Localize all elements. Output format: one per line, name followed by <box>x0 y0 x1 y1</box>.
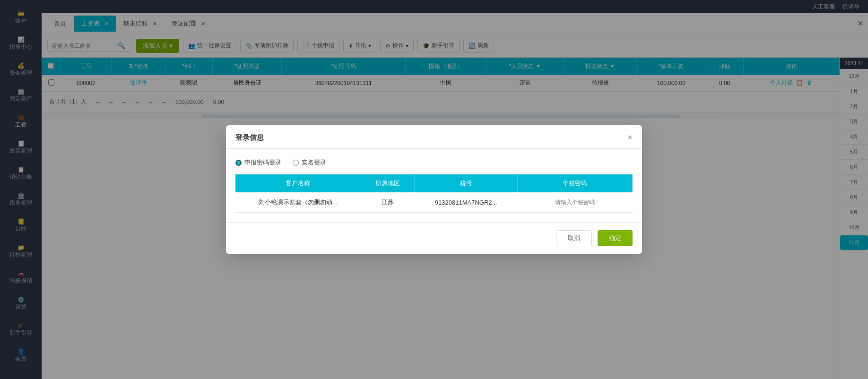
tax-password-input[interactable] <box>525 199 625 206</box>
radio-password-login[interactable]: 申报密码登录 <box>235 158 281 167</box>
dialog-col-region: 所属地区 <box>361 174 414 192</box>
dialog-col-client: 客户名称 <box>235 174 361 192</box>
dialog-col-taxno: 税号 <box>415 174 518 192</box>
dialog-tax-no: 91320811MA7NGR2... <box>415 192 518 213</box>
dialog-region: 江苏 <box>361 192 414 213</box>
cancel-button[interactable]: 取消 <box>556 230 592 246</box>
dialog-overlay: 登录信息 × 申报密码登录 实名登录 客户名称 所属地区 <box>0 0 868 379</box>
dialog-title: 登录信息 <box>235 133 264 142</box>
login-type-radio-group: 申报密码登录 实名登录 <box>235 158 633 167</box>
client-table: 客户名称 所属地区 税号 个税密码 刘小艳演示账套（勿删勿动... 江苏 913… <box>235 174 633 213</box>
login-dialog: 登录信息 × 申报密码登录 实名登录 客户名称 所属地区 <box>226 125 642 254</box>
dialog-header: 登录信息 × <box>226 125 642 149</box>
dialog-client-name: 刘小艳演示账套（勿删勿动... <box>235 192 361 213</box>
dialog-table-row: 刘小艳演示账套（勿删勿动... 江苏 91320811MA7NGR2... <box>235 192 633 213</box>
dialog-footer: 取消 确定 <box>226 222 642 254</box>
radio-realname-login[interactable]: 实名登录 <box>293 158 326 167</box>
confirm-button[interactable]: 确定 <box>598 230 633 246</box>
dialog-password-cell[interactable] <box>518 192 633 213</box>
dialog-body: 申报密码登录 实名登录 客户名称 所属地区 税号 个税密码 <box>226 149 642 222</box>
dialog-close-button[interactable]: × <box>627 133 633 143</box>
dialog-col-password: 个税密码 <box>518 174 633 192</box>
